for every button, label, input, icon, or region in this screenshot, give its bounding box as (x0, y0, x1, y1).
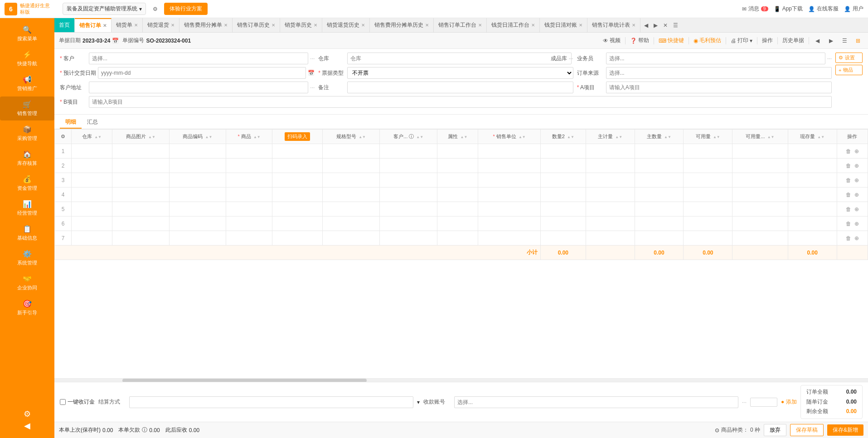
history-button[interactable]: 历史单据 (781, 36, 806, 45)
tab-sales-return-history[interactable]: 销货单历史 ✕ (280, 18, 322, 33)
warehouse-more-icon[interactable]: ··· (569, 55, 573, 62)
tab-home[interactable]: 首页 (54, 18, 75, 33)
th-available-more[interactable]: 可用量... ▲▼ (732, 130, 788, 144)
form-settings-button[interactable]: ⚙ 设置 (835, 53, 863, 63)
sidebar-item-enterprise[interactable]: 🤝 企业协同 (0, 271, 54, 295)
salesperson-more-icon[interactable]: ··· (827, 55, 832, 62)
delete-icon-2[interactable]: 🗑 (846, 163, 851, 169)
sidebar-item-purchase[interactable]: 📦 采购管理 (0, 121, 54, 145)
action-button[interactable]: 操作 (760, 36, 775, 45)
account-more-icon[interactable]: ··· (742, 399, 747, 405)
delete-icon-1[interactable]: 🗑 (846, 148, 851, 154)
delete-icon-6[interactable]: 🗑 (846, 221, 851, 227)
b-project-input[interactable] (89, 96, 832, 108)
toolbar-prev-icon[interactable]: ◀ (812, 35, 823, 46)
tab-close-sales-return-history[interactable]: ✕ (314, 23, 317, 28)
settings-icon[interactable]: ⚙ (150, 4, 160, 14)
discard-button[interactable]: 放弃 (764, 424, 786, 436)
tab-close-sales-return[interactable]: ✕ (134, 23, 138, 28)
sidebar-item-quick-nav[interactable]: ⚡ 快捷导航 (0, 47, 54, 71)
delete-icon-7[interactable]: 🗑 (846, 235, 851, 241)
help-button[interactable]: ❓ 帮助 (628, 36, 651, 45)
tab-close-cash-daily-reconcile[interactable]: ✕ (579, 23, 582, 28)
sub-tab-summary[interactable]: 汇总 (82, 116, 103, 129)
payment-method-chevron[interactable]: ▾ (417, 399, 420, 405)
app-download-button[interactable]: 📱 App下载 (774, 5, 803, 13)
calendar-icon[interactable]: 📅 (112, 38, 119, 44)
copy-icon-5[interactable]: ⊕ (854, 206, 859, 212)
th-customer-ref[interactable]: 客户... ⓘ ▲▼ (379, 130, 437, 144)
tab-sales-return[interactable]: 销货单 ✕ (112, 18, 143, 33)
tab-close-all-button[interactable]: ✕ (661, 22, 669, 29)
copy-icon-3[interactable]: ⊕ (854, 177, 859, 183)
customer-input[interactable] (89, 53, 308, 64)
th-available-qty[interactable]: 可用量 ▲▼ (684, 130, 732, 144)
order-source-input[interactable] (606, 67, 832, 79)
tab-close-sales-refund-history[interactable]: ✕ (361, 23, 365, 28)
delivery-date-calendar-icon[interactable]: 📅 (308, 70, 315, 76)
th-main-unit[interactable]: 主计量 ▲▼ (586, 130, 635, 144)
solution-button[interactable]: 体验行业方案 (164, 3, 208, 15)
online-service-button[interactable]: 👤 在线客服 (808, 5, 839, 13)
tab-sales-order[interactable]: 销售订单 ✕ (75, 18, 112, 33)
th-main-qty[interactable]: 主数量 ▲▼ (635, 130, 684, 144)
invoice-type-select[interactable]: 不开票 增值税普通发票 增值税专用发票 (347, 67, 573, 79)
salesperson-input[interactable] (606, 53, 825, 64)
save-new-button[interactable]: 保存&新增 (827, 424, 863, 436)
tab-close-sales-order-stats[interactable]: ✕ (632, 23, 635, 28)
copy-icon-6[interactable]: ⊕ (854, 221, 859, 227)
system-selector[interactable]: 装备及固定资产辅助管理系统 ▾ (63, 3, 146, 15)
sidebar-item-sales[interactable]: 🛒 销售管理 (0, 96, 54, 120)
tab-next-button[interactable]: ▶ (652, 22, 659, 29)
address-more-icon[interactable]: ··· (310, 84, 315, 91)
payment-method-input[interactable] (129, 396, 413, 408)
th-scan-input[interactable]: 扫码录入 (272, 130, 323, 144)
copy-icon-2[interactable]: ⊕ (854, 163, 859, 169)
tab-cash-daily-reconcile[interactable]: 钱货日清对账 ✕ (540, 18, 587, 33)
th-settings[interactable]: ⚙ (55, 130, 72, 144)
notes-input[interactable] (347, 82, 573, 93)
tab-sales-expense-split[interactable]: 销售费用分摊单 ✕ (179, 18, 233, 33)
tab-close-cash-daily-workbench[interactable]: ✕ (531, 23, 535, 28)
sidebar-settings-icon[interactable]: ⚙ (24, 409, 31, 419)
tab-menu-button[interactable]: ☰ (671, 22, 680, 29)
tab-prev-button[interactable]: ◀ (642, 22, 650, 29)
sidebar-collapse-icon[interactable]: ◀ (24, 421, 30, 431)
a-project-input[interactable] (606, 82, 832, 93)
toolbar-list-icon[interactable]: ☰ (839, 35, 850, 46)
sub-tab-detail[interactable]: 明细 (60, 116, 82, 129)
account-input[interactable] (454, 396, 738, 408)
tab-sales-order-history[interactable]: 销售订单历史 ✕ (233, 18, 280, 33)
tab-close-sales-expense-split[interactable]: ✕ (224, 23, 228, 28)
sidebar-item-search[interactable]: 🔍 搜索菜单 (0, 22, 54, 46)
tab-sales-order-stats[interactable]: 销售订单统计表 ✕ (587, 18, 640, 33)
delete-icon-5[interactable]: 🗑 (846, 206, 851, 212)
tab-sales-refund-history[interactable]: 销货退货历史 ✕ (322, 18, 370, 33)
copy-icon-7[interactable]: ⊕ (854, 235, 859, 241)
user-avatar[interactable]: 👤 用户 (844, 5, 863, 13)
th-current-stock[interactable]: 现存量 ▲▼ (788, 130, 837, 144)
shortcut-button[interactable]: ⌨ 快捷键 (657, 36, 686, 45)
horizontal-scrollbar[interactable] (54, 378, 868, 382)
sidebar-item-marketing[interactable]: 📢 营销推广 (0, 72, 54, 96)
th-attribute[interactable]: 属性 ▲▼ (437, 130, 478, 144)
th-warehouse[interactable]: 仓库 ▲▼ (72, 130, 112, 144)
message-button[interactable]: ✉ 消息 9 (742, 5, 768, 13)
toolbar-grid-icon[interactable]: ⊞ (853, 35, 863, 46)
profit-button[interactable]: ◉ 毛利预估 (692, 36, 723, 45)
sidebar-item-inventory[interactable]: 🏠 库存核算 (0, 146, 54, 170)
tab-close-sales-order[interactable]: ✕ (103, 23, 107, 28)
tab-cash-daily-workbench[interactable]: 钱货日清工作台 ✕ (487, 18, 540, 33)
tab-close-sales-order-history[interactable]: ✕ (272, 23, 275, 28)
delivery-date-input[interactable] (98, 67, 306, 79)
tab-close-sales-order-workbench[interactable]: ✕ (478, 23, 482, 28)
th-qty2[interactable]: 数量2 ▲▼ (540, 130, 586, 144)
copy-icon-1[interactable]: ⊕ (854, 148, 859, 154)
th-product-image[interactable]: 商品图片 ▲▼ (112, 130, 170, 144)
tab-close-sales-refund[interactable]: ✕ (171, 23, 175, 28)
tab-sales-order-workbench[interactable]: 销售订单工作台 ✕ (434, 18, 487, 33)
sidebar-item-newbie[interactable]: 🎯 新手引导 (0, 296, 54, 320)
add-goods-button[interactable]: + 物品 (835, 65, 863, 75)
warehouse-input[interactable] (347, 53, 571, 64)
tab-sales-expense-history[interactable]: 销售费用分摊单历史 ✕ (370, 18, 434, 33)
